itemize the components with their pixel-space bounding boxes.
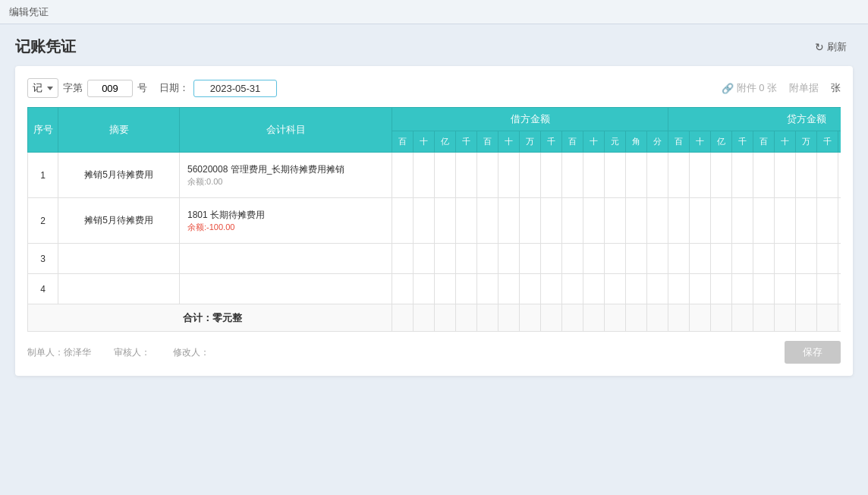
cell-d3[interactable] [435, 274, 456, 304]
cell-d3[interactable] [435, 198, 456, 244]
cell-d12[interactable] [626, 274, 647, 304]
cell-c4[interactable] [732, 198, 753, 244]
cell-d11[interactable] [605, 153, 626, 198]
cell-d7[interactable] [520, 153, 541, 198]
cell-d13[interactable] [647, 244, 668, 274]
cell-c8[interactable] [817, 153, 838, 198]
cell-c3[interactable] [711, 244, 732, 274]
cell-d2[interactable] [414, 274, 435, 304]
attach-single[interactable]: 附单据 [789, 81, 819, 95]
cell-d11[interactable] [605, 244, 626, 274]
cell-c3[interactable] [711, 198, 732, 244]
cell-c6[interactable] [775, 153, 796, 198]
cell-c1[interactable] [668, 153, 690, 198]
type-select[interactable]: 记 [27, 78, 58, 98]
cell-c6[interactable] [775, 244, 796, 274]
cell-c4[interactable] [732, 153, 753, 198]
cell-c9[interactable] [838, 198, 841, 244]
attach-link[interactable]: 🔗 附件 0 张 [722, 81, 777, 95]
cell-c7[interactable] [796, 153, 817, 198]
cell-d6[interactable] [498, 244, 520, 274]
cell-c5[interactable] [753, 274, 775, 304]
cell-c8[interactable] [817, 244, 838, 274]
cell-c3[interactable] [711, 153, 732, 198]
cell-d10[interactable] [583, 244, 605, 274]
cell-d8[interactable] [541, 274, 562, 304]
cell-c5[interactable] [753, 244, 775, 274]
cell-d9[interactable] [562, 153, 583, 198]
cell-account[interactable]: 1801 长期待摊费用 余额:-100.00 [180, 198, 392, 244]
cell-c7[interactable] [796, 244, 817, 274]
cell-c7[interactable] [796, 274, 817, 304]
cell-c4[interactable] [732, 274, 753, 304]
cell-c6[interactable] [775, 274, 796, 304]
cell-d1[interactable] [392, 153, 414, 198]
cell-summary[interactable] [58, 274, 180, 304]
cell-d13[interactable] [647, 153, 668, 198]
cell-d5[interactable] [477, 198, 498, 244]
cell-d12[interactable] [626, 244, 647, 274]
date-input[interactable] [193, 80, 277, 97]
cell-d6[interactable] [498, 198, 520, 244]
cell-c1[interactable] [668, 274, 690, 304]
cell-d1[interactable] [392, 244, 414, 274]
cell-d11[interactable] [605, 274, 626, 304]
cell-d5[interactable] [477, 153, 498, 198]
cell-d2[interactable] [414, 153, 435, 198]
cell-d4[interactable] [456, 153, 477, 198]
cell-c4[interactable] [732, 244, 753, 274]
cell-d10[interactable] [583, 153, 605, 198]
cell-d2[interactable] [414, 198, 435, 244]
cell-summary[interactable]: 摊销5月待摊费用 [58, 198, 180, 244]
cell-c2[interactable] [690, 153, 711, 198]
cell-d4[interactable] [456, 198, 477, 244]
cell-d5[interactable] [477, 274, 498, 304]
cell-d13[interactable] [647, 198, 668, 244]
cell-d8[interactable] [541, 244, 562, 274]
attach-count[interactable]: 张 [831, 81, 841, 95]
cell-d8[interactable] [541, 198, 562, 244]
cell-d11[interactable] [605, 198, 626, 244]
cell-d12[interactable] [626, 198, 647, 244]
cell-d7[interactable] [520, 244, 541, 274]
number-input[interactable] [87, 80, 133, 97]
cell-c2[interactable] [690, 274, 711, 304]
cell-d6[interactable] [498, 153, 520, 198]
cell-summary[interactable] [58, 244, 180, 274]
cell-d1[interactable] [392, 198, 414, 244]
cell-d12[interactable] [626, 153, 647, 198]
cell-d1[interactable] [392, 274, 414, 304]
cell-d9[interactable] [562, 244, 583, 274]
cell-d3[interactable] [435, 153, 456, 198]
cell-c1[interactable] [668, 244, 690, 274]
save-button[interactable]: 保存 [785, 341, 841, 364]
cell-d10[interactable] [583, 274, 605, 304]
cell-c9[interactable] [838, 274, 841, 304]
cell-d2[interactable] [414, 244, 435, 274]
cell-c8[interactable] [817, 274, 838, 304]
cell-d7[interactable] [520, 198, 541, 244]
cell-d6[interactable] [498, 274, 520, 304]
cell-d9[interactable] [562, 198, 583, 244]
cell-c7[interactable] [796, 198, 817, 244]
cell-c2[interactable] [690, 244, 711, 274]
cell-c8[interactable] [817, 198, 838, 244]
cell-account[interactable] [180, 244, 392, 274]
cell-d3[interactable] [435, 244, 456, 274]
cell-c9[interactable] [838, 153, 841, 198]
cell-account[interactable]: 56020008 管理费用_长期待摊费用摊销 余额:0.00 [180, 153, 392, 198]
cell-summary[interactable]: 摊销5月待摊费用 [58, 153, 180, 198]
cell-d4[interactable] [456, 244, 477, 274]
cell-c1[interactable] [668, 198, 690, 244]
cell-d4[interactable] [456, 274, 477, 304]
cell-d9[interactable] [562, 274, 583, 304]
cell-c2[interactable] [690, 198, 711, 244]
cell-c5[interactable] [753, 153, 775, 198]
cell-d5[interactable] [477, 244, 498, 274]
cell-d7[interactable] [520, 274, 541, 304]
cell-c5[interactable] [753, 198, 775, 244]
cell-c9[interactable] [838, 244, 841, 274]
cell-c3[interactable] [711, 274, 732, 304]
cell-d8[interactable] [541, 153, 562, 198]
cell-d10[interactable] [583, 198, 605, 244]
